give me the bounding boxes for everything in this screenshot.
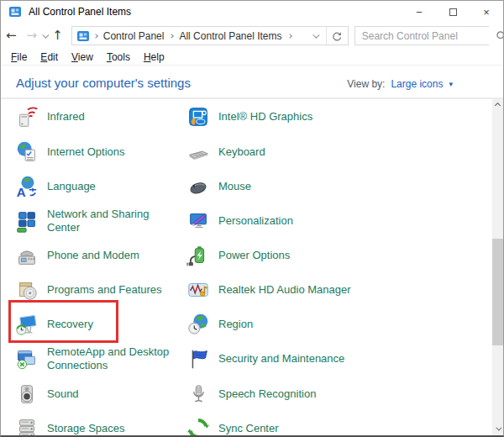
item-keyboard[interactable]: Keyboard: [186, 135, 386, 169]
scroll-down-button[interactable]: [492, 423, 503, 435]
control-panel-window: All Control Panel Items − × ← → ↑ Contro…: [0, 0, 504, 437]
up-button[interactable]: ↑: [47, 29, 68, 42]
language-icon: [14, 174, 39, 199]
network-sharing-icon: [14, 208, 39, 234]
storage-spaces-icon: [14, 416, 39, 437]
maximize-button[interactable]: [436, 1, 470, 23]
control-panel-breadcrumb-icon: [76, 29, 90, 43]
forward-button[interactable]: →: [22, 29, 43, 42]
menu-bar: File Edit View Tools Help: [1, 49, 503, 66]
security-maintenance-icon: [186, 346, 211, 371]
minimize-button[interactable]: −: [402, 1, 436, 23]
item-phone-and-modem[interactable]: Phone and Modem: [14, 239, 180, 272]
address-bar[interactable]: Control Panel All Control Panel Items: [71, 26, 349, 45]
maximize-icon: [449, 8, 457, 16]
navigation-bar: ← → ↑ Control Panel All Control Panel It…: [1, 23, 503, 49]
title-bar: All Control Panel Items − ×: [1, 1, 503, 23]
menu-file[interactable]: File: [4, 50, 34, 65]
mouse-icon: [186, 174, 211, 199]
item-language[interactable]: Language: [14, 170, 180, 203]
content-divider: [1, 98, 503, 99]
close-button[interactable]: ×: [470, 1, 503, 23]
item-intel-hd-graphics[interactable]: Intel® HD Graphics: [186, 100, 386, 134]
minimize-icon: −: [416, 6, 423, 18]
breadcrumb-separator-icon[interactable]: [287, 34, 292, 39]
item-storage-spaces[interactable]: Storage Spaces: [14, 412, 180, 437]
item-speech-recognition[interactable]: Speech Recognition: [186, 377, 386, 411]
item-recovery[interactable]: Recovery: [14, 308, 180, 341]
view-by-dropdown[interactable]: Large icons: [391, 78, 443, 90]
programs-features-icon: [14, 277, 39, 303]
close-icon: ×: [483, 6, 490, 18]
breadcrumb-control-panel[interactable]: Control Panel: [102, 30, 166, 42]
search-input[interactable]: [355, 27, 496, 45]
menu-help[interactable]: Help: [137, 50, 171, 65]
menu-view[interactable]: View: [65, 50, 100, 65]
phone-modem-icon: [14, 243, 39, 268]
intel-hd-graphics-icon: [186, 104, 211, 129]
item-personalization[interactable]: Personalization: [186, 204, 386, 238]
item-programs-and-features[interactable]: Programs and Features: [14, 273, 180, 307]
item-security-and-maintenance[interactable]: Security and Maintenance: [186, 342, 386, 376]
item-realtek-hd-audio-manager[interactable]: Realtek HD Audio Manager: [186, 273, 386, 307]
realtek-audio-icon: [186, 277, 211, 303]
breadcrumb-separator-icon: [170, 34, 175, 39]
breadcrumb-separator-icon: [93, 34, 98, 39]
sync-center-icon: [186, 416, 211, 437]
window-title: All Control Panel Items: [29, 6, 131, 18]
chevron-up-icon: [495, 103, 501, 108]
menu-tools[interactable]: Tools: [100, 50, 137, 65]
infrared-icon: [14, 104, 39, 129]
internet-options-icon: [14, 140, 39, 165]
breadcrumb-all-items[interactable]: All Control Panel Items: [177, 30, 283, 42]
view-by-caret-icon[interactable]: ▾: [449, 80, 453, 88]
view-by-label: View by:: [347, 78, 385, 90]
item-internet-options[interactable]: Internet Options: [14, 135, 180, 169]
menu-edit[interactable]: Edit: [34, 50, 65, 65]
region-icon: [186, 312, 211, 337]
sound-icon: [14, 382, 39, 407]
item-mouse[interactable]: Mouse: [186, 170, 386, 203]
remoteapp-icon: [14, 346, 39, 371]
scroll-up-button[interactable]: [492, 99, 503, 112]
speech-recognition-icon: [186, 382, 211, 407]
personalization-icon: [186, 208, 211, 234]
scrollbar-thumb[interactable]: [492, 239, 503, 345]
control-panel-app-icon: [8, 5, 22, 18]
keyboard-icon: [186, 140, 211, 165]
back-button[interactable]: ←: [1, 29, 22, 42]
refresh-icon: [331, 30, 343, 42]
vertical-scrollbar[interactable]: [492, 99, 503, 435]
item-sound[interactable]: Sound: [14, 377, 180, 411]
search-box: [354, 26, 489, 45]
item-infrared[interactable]: Infrared: [14, 100, 180, 134]
item-network-and-sharing-center[interactable]: Network and Sharing Center: [14, 204, 180, 238]
item-region[interactable]: Region: [186, 308, 386, 341]
page-header: Adjust your computer's settings View by:…: [1, 66, 503, 98]
item-remoteapp-and-desktop-connections[interactable]: RemoteApp and Desktop Connections: [14, 342, 180, 376]
item-sync-center[interactable]: Sync Center: [186, 412, 386, 437]
address-dropdown-icon[interactable]: [312, 31, 319, 38]
recovery-icon: [14, 312, 39, 337]
power-options-icon: [186, 243, 211, 268]
search-icon[interactable]: [496, 30, 504, 42]
chevron-down-icon: [496, 425, 501, 431]
item-power-options[interactable]: Power Options: [186, 239, 386, 272]
refresh-button[interactable]: [326, 27, 348, 45]
page-title: Adjust your computer's settings: [16, 76, 191, 90]
